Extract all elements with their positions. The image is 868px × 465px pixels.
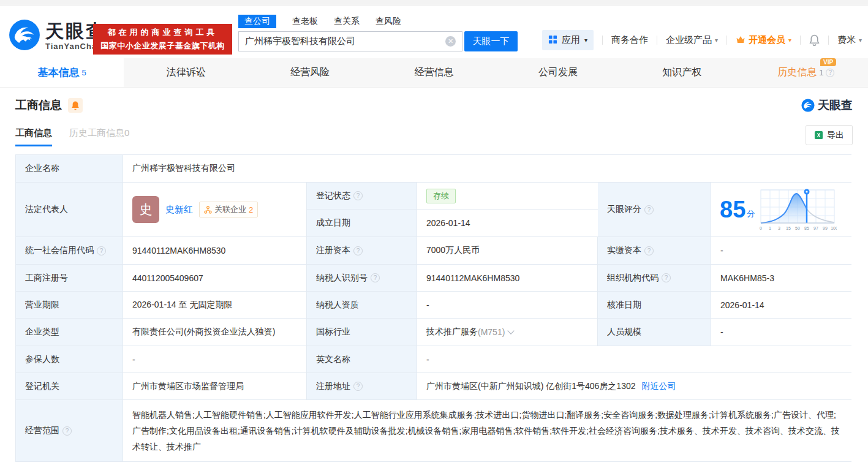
status-date-subgrid: 登记状态? 存续 成立日期 2026-01-14 (307, 183, 598, 236)
reg-authority-label: 登记机关 (16, 373, 123, 399)
taxpayer-quality-label: 纳税人资质 (307, 292, 417, 318)
tab-intellectual-property[interactable]: 知识产权 (620, 58, 744, 87)
crown-icon (736, 35, 745, 45)
subtab-history-business-info[interactable]: 历史工商信息0 (69, 127, 129, 146)
brand-banner: 都在用的商业查询工具 国家中小企业发展子基金旗下机构 (93, 24, 232, 55)
industry-label: 国标行业 (307, 319, 417, 346)
svg-text:0: 0 (760, 226, 762, 230)
bell-icon (71, 100, 80, 110)
user-menu[interactable]: 费米 ▾ (837, 34, 862, 46)
taxpayer-id-label: 纳税人识别号? (307, 265, 417, 291)
vip-menu[interactable]: 开通会员 ▾ (736, 34, 791, 46)
org-code-label: 组织机构代码? (598, 265, 711, 291)
paid-capital-label: 实缴资本? (598, 237, 711, 264)
username-label: 费米 (837, 34, 856, 46)
export-button[interactable]: 导出 (806, 125, 853, 145)
cooperation-menu[interactable]: 商务合作 (611, 34, 648, 46)
cooperation-label: 商务合作 (611, 34, 648, 46)
table-row: 经营范围? 智能机器人销售;人工智能硬件销售;人工智能应用软件开发;人工智能行业… (16, 400, 851, 461)
org-network-icon (204, 206, 212, 214)
svg-text:15: 15 (786, 226, 791, 230)
search-tab-relation[interactable]: 查关系 (334, 16, 360, 27)
reg-authority-value: 广州市黄埔区市场监督管理局 (123, 373, 307, 399)
tab-label: 经营风险 (290, 66, 330, 79)
svg-text:85: 85 (804, 226, 809, 230)
tab-basic-info[interactable]: 基本信息 5 (0, 58, 124, 87)
score-label: 天眼评分? (598, 183, 711, 236)
search-tab-risk[interactable]: 查风险 (376, 16, 401, 27)
apps-menu[interactable]: 应用 ▾ (542, 30, 594, 50)
subtab-business-info[interactable]: 工商信息 (15, 127, 52, 146)
chevron-down-icon: ▾ (584, 37, 587, 43)
subtabs-row: 工商信息 历史工商信息0 导出 (15, 124, 853, 146)
tab-operation-info[interactable]: 经营信息 (372, 58, 496, 87)
search-button[interactable]: 天眼一下 (464, 31, 518, 51)
top-strip (0, 0, 868, 6)
menu-divider (657, 36, 657, 45)
insured-count-value: - (123, 346, 307, 372)
help-icon[interactable]: ? (662, 273, 671, 282)
help-icon[interactable]: ? (644, 246, 654, 255)
help-icon[interactable]: ? (97, 246, 106, 255)
tab-count: 1 (819, 68, 823, 77)
help-icon[interactable]: ? (353, 191, 363, 200)
taxpayer-id-value: 91440112MAK6HM8530 (417, 265, 598, 291)
help-icon[interactable]: ? (353, 246, 363, 255)
english-name-label: 英文名称 (307, 346, 417, 372)
taxpayer-quality-value: - (417, 292, 598, 318)
search-tab-boss[interactable]: 查老板 (292, 16, 318, 27)
help-icon[interactable]: ? (826, 69, 834, 77)
nearby-companies-link[interactable]: 附近公司 (642, 381, 676, 392)
table-row: 登记机关 广州市黄埔区市场监督管理局 注册地址? 广州市黄埔区(中新广州知识城)… (16, 373, 851, 400)
banner-line2: 国家中小企业发展子基金旗下机构 (93, 39, 232, 53)
search-input[interactable] (245, 36, 445, 47)
term-value: 2026-01-14 至 无固定期限 (123, 292, 307, 318)
legal-rep-link[interactable]: 史新红 (165, 204, 193, 216)
chevron-down-icon: ▾ (859, 37, 862, 43)
chevron-down-icon: ▾ (715, 37, 718, 43)
help-icon[interactable]: ? (371, 273, 380, 282)
related-count: 2 (249, 205, 253, 214)
svg-text:3: 3 (778, 226, 780, 230)
section-title: 工商信息 (15, 97, 62, 113)
vip-label: 开通会员 (749, 34, 785, 46)
enterprise-products-menu[interactable]: 企业级产品 ▾ (666, 34, 718, 46)
clear-search-icon[interactable]: ✕ (445, 36, 456, 47)
svg-text:99: 99 (823, 226, 828, 230)
excel-icon (814, 130, 823, 140)
score-unit: 分 (747, 208, 755, 219)
svg-text:97: 97 (813, 226, 818, 230)
approval-date-label: 核准日期 (598, 292, 711, 318)
table-row: 统一社会信用代码? 91440112MAK6HM8530 注册资本? 7000万… (16, 237, 851, 265)
table-row: 参保人数 - 英文名称 - (16, 346, 851, 373)
logo-swirl-icon (801, 99, 815, 112)
tab-history-info[interactable]: 历史信息 VIP 1 ? (744, 58, 868, 87)
help-icon[interactable]: ? (62, 426, 72, 436)
content: 工商信息 天眼查 工商信息 历史工商信息0 (0, 97, 868, 462)
reg-no-value: 440112005409607 (123, 265, 307, 291)
reg-address-label: 注册地址? (307, 373, 417, 399)
tab-company-development[interactable]: 公司发展 (496, 58, 620, 87)
table-row: 法定代表人 史 史新红 关联企业 2 (16, 183, 851, 237)
notifications-button[interactable] (809, 34, 820, 46)
search-input-wrap: ✕ (238, 31, 462, 51)
legal-rep-avatar[interactable]: 史 (132, 196, 159, 223)
related-companies-badge[interactable]: 关联企业 2 (199, 202, 258, 217)
reg-no-label: 工商注册号 (16, 265, 123, 291)
table-row: 营业期限 2026-01-14 至 无固定期限 纳税人资质 - 核准日期 202… (16, 292, 851, 319)
help-icon[interactable]: ? (644, 205, 654, 214)
table-row: 企业名称 广州稀宇极智科技有限公司 (16, 155, 851, 183)
business-info-table: 企业名称 广州稀宇极智科技有限公司 法定代表人 史 史新红 (15, 154, 851, 462)
svg-text:1: 1 (769, 226, 771, 230)
chevron-down-icon[interactable] (508, 327, 515, 334)
reg-capital-value: 7000万人民币 (417, 237, 598, 264)
help-icon[interactable]: ? (353, 382, 363, 391)
staff-size-value: - (711, 319, 852, 346)
tab-legal-proceedings[interactable]: 法律诉讼 (124, 58, 247, 87)
est-date-label: 成立日期 (307, 210, 417, 236)
subscribe-bell-button[interactable] (68, 98, 83, 113)
tab-operation-risk[interactable]: 经营风险 (248, 58, 372, 87)
grid-icon (548, 35, 557, 46)
search-tab-company[interactable]: 查公司 (238, 15, 276, 28)
banner-line1: 都在用的商业查询工具 (93, 26, 232, 39)
